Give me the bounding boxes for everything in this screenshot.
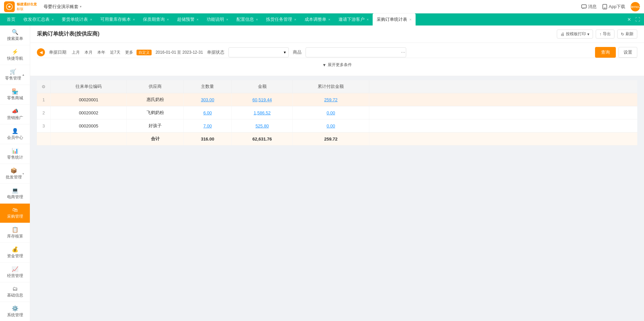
- message-icon: [581, 4, 587, 9]
- col-qty: 主数量: [183, 80, 231, 93]
- footer-amount: 62,631.76: [231, 132, 293, 146]
- sidebar-item-member[interactable]: 👤 会员中心: [0, 124, 30, 144]
- workspace-selector[interactable]: 母婴行业演示账套 ▾: [44, 4, 82, 10]
- tab-income[interactable]: 收发存汇总表 ×: [19, 13, 58, 25]
- row-paid: 259.72: [293, 93, 369, 106]
- tab-home[interactable]: 首页: [3, 13, 19, 25]
- svg-rect-1: [582, 5, 586, 8]
- print-dropdown-icon: ▾: [587, 32, 589, 37]
- expand-more-button[interactable]: ▼ 展开更多条件: [317, 60, 357, 70]
- filter-collapse-button[interactable]: ◀: [37, 48, 45, 56]
- close-tab-purchase-stat[interactable]: ×: [90, 17, 92, 21]
- table-header: ⚙ 往来单位编码 供应商 主数量 金额 累计付款金额: [37, 80, 637, 93]
- sidebar-item-shortcut[interactable]: ⚡ 快捷导航: [0, 45, 30, 65]
- tab-pick-task[interactable]: 拣货任务管理 ×: [262, 13, 300, 25]
- refresh-icon: ↻: [621, 32, 624, 37]
- sidebar-item-retail-mgmt[interactable]: 🛒 零售管理 ▲: [0, 65, 30, 85]
- col-amount: 金额: [231, 80, 293, 93]
- date-range-display: 2016-01-01 至 2023-12-31: [156, 50, 203, 55]
- sidebar-item-system[interactable]: ⚙️ 系统管理: [0, 302, 30, 321]
- nav-extra-buttons: ✕ ⛶: [626, 17, 641, 22]
- date-shortcut-last-month[interactable]: 上月: [70, 49, 81, 56]
- tab-expiry[interactable]: 保质期查询 ×: [139, 13, 173, 25]
- tab-po-stat[interactable]: 采购订单统计表 ×: [373, 13, 415, 25]
- sidebar-item-basic[interactable]: 🗂 基础信息: [0, 282, 30, 302]
- status-select[interactable]: ▾: [228, 47, 289, 57]
- close-tab-po-stat[interactable]: ×: [409, 17, 411, 21]
- row-code: 00020002: [51, 106, 127, 119]
- app-icon: [602, 4, 607, 9]
- sidebar-item-finance[interactable]: 💰 资金管理: [0, 243, 30, 263]
- row-supplier: 飞鹤奶粉: [127, 106, 184, 119]
- tab-purchase-stat[interactable]: 要货单统计表 ×: [58, 13, 96, 25]
- expand-more-row: ▼ 展开更多条件: [37, 58, 637, 72]
- table-row: 3 00020005 好孩子 7.00 525.80 0.00: [37, 119, 637, 132]
- query-button[interactable]: 查询: [595, 47, 616, 58]
- date-shortcut-this-year[interactable]: 本年: [96, 49, 107, 56]
- close-tab-cost-adjust[interactable]: ×: [328, 17, 330, 21]
- tab-stock-ledger[interactable]: 可用量库存账本 ×: [96, 13, 139, 25]
- tab-func-desc[interactable]: 功能说明 ×: [203, 13, 232, 25]
- tab-cost-adjust[interactable]: 成本调整单 ×: [301, 13, 334, 25]
- workspace-name: 母婴行业演示账套: [44, 4, 78, 10]
- app-download-button[interactable]: App下载: [602, 4, 625, 10]
- export-icon: ↑: [599, 32, 601, 37]
- close-tab-income[interactable]: ×: [52, 17, 54, 21]
- status-select-arrow-icon: ▾: [284, 50, 286, 55]
- tab-config[interactable]: 配置信息 ×: [232, 13, 262, 25]
- workspace-arrow-icon: ▾: [80, 5, 82, 8]
- sidebar-item-operations[interactable]: 📈 经营管理: [0, 263, 30, 282]
- query-actions: 查询 设置: [595, 47, 637, 58]
- row-code: 00020005: [51, 119, 127, 132]
- close-tab-invite[interactable]: ×: [367, 17, 369, 21]
- close-tab-pick-task[interactable]: ×: [294, 17, 296, 21]
- message-button[interactable]: 消息: [581, 4, 597, 10]
- table-body: 1 00020001 惠氏奶粉 303.00 60,519.44 259.72 …: [37, 93, 637, 132]
- close-tab-expiry[interactable]: ×: [167, 17, 169, 21]
- print-button[interactable]: 🖨 按模板打印 ▾: [557, 30, 593, 39]
- sidebar-item-wholesale[interactable]: 📦 批发管理 ▾: [0, 164, 30, 184]
- col-extra: [369, 80, 637, 93]
- product-more-icon[interactable]: ···: [401, 49, 405, 55]
- date-shortcuts: 上月 本月 本年 近7天 更多 自定义: [70, 49, 152, 56]
- row-paid: 0.00: [293, 106, 369, 119]
- close-tab-config[interactable]: ×: [256, 17, 258, 21]
- row-supplier: 好孩子: [127, 119, 184, 132]
- export-button[interactable]: ↑ 导出: [596, 30, 614, 39]
- logo: 畅捷通好生意 标版: [4, 1, 37, 12]
- row-amount: 1,586.52: [231, 106, 293, 119]
- date-shortcut-this-month[interactable]: 本月: [83, 49, 94, 56]
- refresh-button[interactable]: ↻ 刷新: [617, 30, 637, 39]
- page-header: 采购订单统计表(按供应商) 🖨 按模板打印 ▾ ↑ 导出 ↻ 刷新: [30, 25, 644, 43]
- tab-overstock[interactable]: 超储预警 ×: [173, 13, 203, 25]
- date-shortcut-more[interactable]: 更多: [124, 49, 135, 56]
- product-input[interactable]: [306, 47, 406, 57]
- close-tab-overstock[interactable]: ×: [197, 17, 199, 21]
- row-qty: 7.00: [183, 119, 231, 132]
- logo-icon: [4, 1, 15, 12]
- column-settings-icon[interactable]: ⚙: [41, 84, 46, 89]
- sidebar-item-retail-stat[interactable]: 📊 零售统计: [0, 144, 30, 164]
- col-code: 往来单位编码: [51, 80, 127, 93]
- date-shortcut-7days[interactable]: 近7天: [109, 49, 122, 56]
- settings-button[interactable]: 设置: [619, 47, 637, 58]
- date-custom-tag[interactable]: 自定义: [137, 50, 152, 55]
- close-all-tabs-icon[interactable]: ✕: [626, 17, 633, 22]
- table-footer: 合计 316.00 62,631.76 259.72: [37, 132, 637, 146]
- maximize-icon[interactable]: ⛶: [634, 17, 641, 22]
- close-tab-stock-ledger[interactable]: ×: [133, 17, 135, 21]
- sidebar-item-ecommerce[interactable]: 💻 电商管理: [0, 184, 30, 204]
- sidebar-item-retail-store[interactable]: 🏪 零售商城: [0, 85, 30, 105]
- row-code: 00020001: [51, 93, 127, 106]
- tab-invite[interactable]: 邀请下游客户 ×: [334, 13, 373, 25]
- sidebar-item-marketing[interactable]: 📣 营销推广: [0, 105, 30, 124]
- filter-bar: ◀ 单据日期 上月 本月 本年 近7天 更多 自定义 2016-01-01 至 …: [30, 43, 644, 76]
- avatar[interactable]: demo2: [631, 2, 640, 11]
- close-tab-func-desc[interactable]: ×: [226, 17, 228, 21]
- sidebar-item-search[interactable]: 🔍 搜索菜单: [0, 25, 30, 45]
- sidebar-item-purchase[interactable]: 🛍 采购管理: [0, 204, 30, 223]
- col-settings: ⚙: [37, 80, 51, 93]
- sidebar-item-inventory[interactable]: 📋 库存核算: [0, 223, 30, 243]
- row-amount: 60,519.44: [231, 93, 293, 106]
- filter-row-1: ◀ 单据日期 上月 本月 本年 近7天 更多 自定义 2016-01-01 至 …: [37, 47, 637, 58]
